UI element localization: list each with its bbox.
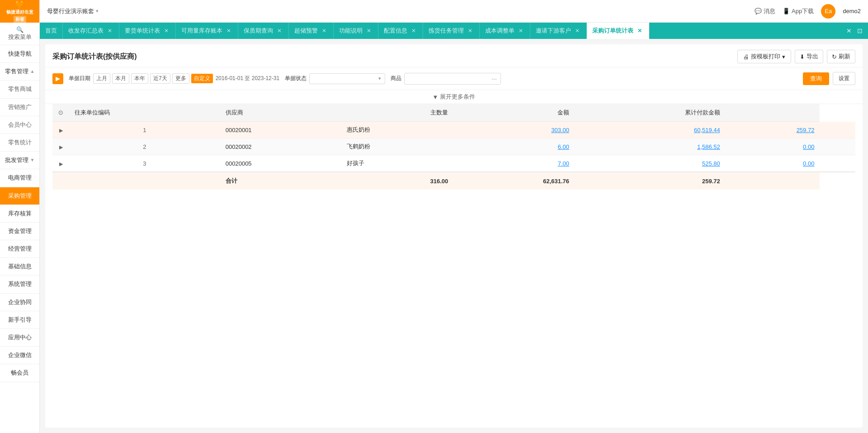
sidebar-item-vip[interactable]: 畅会员 bbox=[0, 364, 39, 382]
tab-config-info-close[interactable]: ✕ bbox=[410, 27, 417, 34]
row-qty[interactable]: 303.00 bbox=[453, 122, 575, 138]
tab-function-desc-close[interactable]: ✕ bbox=[365, 27, 373, 34]
tab-expiry-query-close[interactable]: ✕ bbox=[276, 27, 283, 34]
row-supplier: 惠氏奶粉 bbox=[341, 122, 454, 138]
content-area: 采购订单统计表(按供应商) 🖨 按模板打印 ▾ ⬇ 导出 ↻ 刷新 bbox=[40, 39, 868, 433]
tab-receive-send-close[interactable]: ✕ bbox=[106, 27, 113, 34]
tab-pick-task[interactable]: 拣货任务管理 ✕ bbox=[423, 23, 480, 39]
wholesale-expand-icon: ▼ bbox=[30, 157, 35, 163]
filter-toggle-button[interactable]: ▶ bbox=[52, 73, 63, 84]
tab-home-label: 首页 bbox=[45, 27, 57, 35]
tab-cost-adjust-close[interactable]: ✕ bbox=[517, 27, 524, 34]
tab-pick-task-close[interactable]: ✕ bbox=[467, 27, 474, 34]
row-qty[interactable]: 6.00 bbox=[453, 138, 575, 155]
date-custom-badge[interactable]: 自定义 bbox=[191, 74, 213, 83]
message-button[interactable]: 💬 消息 bbox=[755, 7, 775, 15]
tab-available-stock[interactable]: 可用量库存账本 ✕ bbox=[176, 23, 238, 39]
row-amount[interactable]: 60,519.44 bbox=[575, 122, 726, 138]
status-select[interactable]: ▾ bbox=[309, 73, 385, 84]
print-icon: 🖨 bbox=[743, 53, 749, 60]
expand-conditions-button[interactable]: ▼ 展开更多条件 bbox=[433, 93, 476, 101]
footer-supplier-label: 合计 bbox=[220, 172, 341, 190]
message-icon: 💬 bbox=[755, 8, 762, 14]
account-name: 母婴行业演示账套 bbox=[47, 7, 94, 15]
sidebar-item-wholesale[interactable]: 批发管理 ▼ bbox=[0, 152, 39, 169]
user-name[interactable]: demo2 bbox=[843, 8, 861, 14]
sidebar-item-retail[interactable]: 零售管理 ▲ bbox=[0, 63, 39, 81]
row-paid[interactable]: 259.72 bbox=[726, 122, 820, 138]
sidebar-item-enterprise[interactable]: 企业协同 bbox=[0, 294, 39, 311]
tab-receive-send[interactable]: 收发存汇总表 ✕ bbox=[63, 23, 119, 39]
tab-function-desc[interactable]: 功能说明 ✕ bbox=[334, 23, 378, 39]
logo-sub: 标签 bbox=[14, 16, 26, 23]
sidebar-item-retail-stats[interactable]: 零售统计 bbox=[0, 134, 39, 152]
tab-cost-adjust[interactable]: 成本调整单 ✕ bbox=[480, 23, 530, 39]
sidebar-item-inventory[interactable]: 库存核算 bbox=[0, 205, 39, 223]
logo[interactable]: 🧡 畅捷通好生意 标签 bbox=[0, 0, 39, 23]
tab-maximize-icon[interactable]: ⊡ bbox=[855, 25, 864, 36]
tab-over-stock-alert[interactable]: 超储预警 ✕ bbox=[289, 23, 334, 39]
table-footer-row: 合计 316.00 62,631.76 259.72 bbox=[52, 172, 855, 190]
avatar[interactable]: Ea bbox=[821, 4, 835, 19]
row-amount[interactable]: 525.80 bbox=[575, 155, 726, 172]
sidebar-item-marketing[interactable]: 营销推广 bbox=[0, 99, 39, 116]
sidebar-item-system[interactable]: 系统管理 bbox=[0, 276, 39, 293]
row-paid[interactable]: 0.00 bbox=[726, 138, 820, 155]
tab-receive-send-label: 收发存汇总表 bbox=[68, 27, 104, 35]
tab-order-stats-label: 要货单统计表 bbox=[125, 27, 160, 35]
retail-expand-icon: ▲ bbox=[30, 68, 35, 75]
date-btn-this-year[interactable]: 本年 bbox=[131, 73, 148, 84]
sidebar-item-ecommerce[interactable]: 电商管理 bbox=[0, 169, 39, 187]
sidebar-item-quick-nav[interactable]: 快捷导航 bbox=[0, 45, 39, 63]
tab-invite-downstream[interactable]: 邀请下游客户 ✕ bbox=[530, 23, 587, 39]
account-selector-arrow: ▾ bbox=[96, 8, 99, 14]
tab-expiry-query-label: 保质期查询 bbox=[244, 27, 273, 35]
print-button[interactable]: 🖨 按模板打印 ▾ bbox=[737, 50, 791, 63]
settings-button[interactable]: 设置 bbox=[833, 72, 855, 85]
sidebar-item-member[interactable]: 会员中心 bbox=[0, 116, 39, 134]
row-amount[interactable]: 1,586.52 bbox=[575, 138, 726, 155]
row-supplier: 好孩子 bbox=[341, 155, 454, 172]
tab-home[interactable]: 首页 bbox=[40, 23, 63, 39]
tab-expiry-query[interactable]: 保质期查询 ✕ bbox=[238, 23, 289, 39]
row-qty[interactable]: 7.00 bbox=[453, 155, 575, 172]
logo-text: 畅捷通好生意 bbox=[6, 10, 33, 15]
goods-more-icon[interactable]: ··· bbox=[491, 75, 497, 82]
filter-toggle-icon: ▶ bbox=[56, 75, 60, 82]
date-btn-last-month[interactable]: 上月 bbox=[93, 73, 110, 84]
tab-invite-downstream-close[interactable]: ✕ bbox=[574, 27, 581, 34]
app-download-button[interactable]: 📱 App下载 bbox=[783, 7, 814, 15]
tab-purchase-stats[interactable]: 采购订单统计表 ✕ bbox=[587, 23, 649, 39]
tab-order-stats[interactable]: 要货单统计表 ✕ bbox=[119, 23, 176, 39]
sidebar-item-operations[interactable]: 经营管理 bbox=[0, 240, 39, 258]
sidebar-item-finance[interactable]: 资金管理 bbox=[0, 223, 39, 240]
refresh-button[interactable]: ↻ 刷新 bbox=[827, 50, 855, 63]
sidebar-item-app-center[interactable]: 应用中心 bbox=[0, 329, 39, 347]
date-btn-more[interactable]: 更多 bbox=[172, 73, 189, 84]
sidebar-item-enterprise-wechat[interactable]: 企业微信 bbox=[0, 347, 39, 364]
page-container: 采购订单统计表(按供应商) 🖨 按模板打印 ▾ ⬇ 导出 ↻ 刷新 bbox=[45, 44, 863, 428]
date-btn-7days[interactable]: 近7天 bbox=[150, 73, 170, 84]
goods-input[interactable] bbox=[408, 76, 490, 82]
sidebar-item-retail-store[interactable]: 零售商城 bbox=[0, 81, 39, 98]
tab-purchase-stats-close[interactable]: ✕ bbox=[636, 27, 643, 34]
tab-config-info[interactable]: 配置信息 ✕ bbox=[378, 23, 423, 39]
query-button[interactable]: 查询 bbox=[803, 72, 829, 85]
row-extra bbox=[820, 122, 855, 138]
tab-order-stats-close[interactable]: ✕ bbox=[163, 27, 170, 34]
date-btn-this-month[interactable]: 本月 bbox=[112, 73, 129, 84]
sidebar-item-new-guide[interactable]: 新手引导 bbox=[0, 311, 39, 329]
row-paid[interactable]: 0.00 bbox=[726, 155, 820, 172]
table-body: ▶ 1 00020001 惠氏奶粉 303.00 60,519.44 259.7… bbox=[52, 122, 855, 172]
status-input[interactable] bbox=[313, 76, 377, 82]
account-selector[interactable]: 母婴行业演示账套 ▾ bbox=[47, 7, 99, 15]
export-button[interactable]: ⬇ 导出 bbox=[795, 50, 823, 63]
table-col-code: 往来单位编码 bbox=[69, 104, 220, 122]
tab-available-stock-close[interactable]: ✕ bbox=[225, 27, 232, 34]
tab-close-all-icon[interactable]: ✕ bbox=[844, 25, 854, 36]
tab-over-stock-alert-close[interactable]: ✕ bbox=[321, 27, 328, 34]
sidebar-item-purchase[interactable]: 采购管理 bbox=[0, 187, 39, 205]
sidebar-item-search[interactable]: 🔍 搜索菜单 bbox=[0, 23, 39, 45]
table-settings-icon[interactable]: ⚙ bbox=[58, 109, 64, 116]
sidebar-item-basic-info[interactable]: 基础信息 bbox=[0, 258, 39, 276]
